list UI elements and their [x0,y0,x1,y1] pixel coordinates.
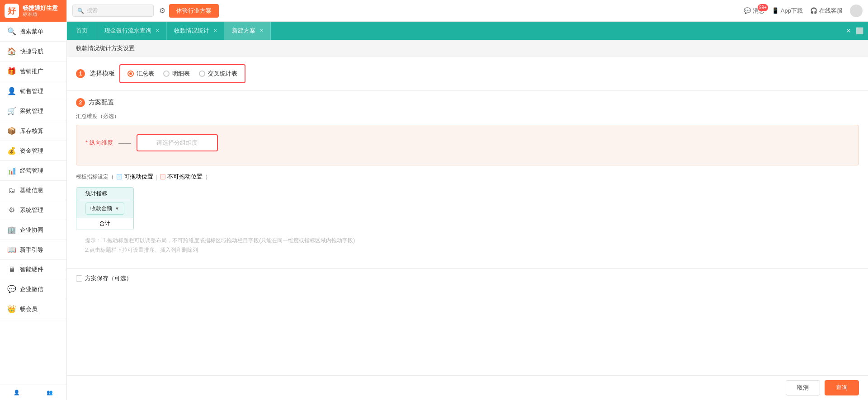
radio-cross[interactable]: 交叉统计表 [199,70,237,78]
radio-summary[interactable]: 汇总表 [127,70,154,78]
tab-receipt-close[interactable]: × [214,28,217,34]
sidebar-item-wechat[interactable]: 💬 企业微信 [0,279,66,299]
metrics-tag-label: 收款金额 [90,205,112,212]
metrics-table-header: 统计指标 [76,188,133,200]
sidebar-item-quick-nav[interactable]: 🏠 快捷导航 [0,42,66,61]
sidebar: 好 畅捷通好生意 标准版 🔍 搜索菜单 🏠 快捷导航 🎁 营销推广 👤 销售管理… [0,0,67,400]
legend-separator: | [156,174,157,180]
sidebar-item-label: 营销推广 [20,67,43,75]
sidebar-item-label: 快捷导航 [20,47,43,56]
crown-icon: 👑 [7,305,16,313]
search-icon: 🔍 [7,27,16,36]
tab-receipt[interactable]: 收款情况统计 × [167,22,225,40]
metrics-table: 统计指标 收款金额 ▼ 合计 [76,187,134,230]
message-badge: 99+ [758,4,768,11]
section-template: 1 选择模板 汇总表 明细表 [67,57,868,91]
section2-title: 方案配置 [89,99,114,107]
sidebar-item-search[interactable]: 🔍 搜索菜单 [0,22,66,42]
sidebar-item-smart-hw[interactable]: 🖥 智能硬件 [0,260,66,279]
message-btn[interactable]: 💬 消息 99+ [744,7,764,15]
tab-bank[interactable]: 现金银行流水查询 × [97,22,167,40]
movable-dot [117,174,122,179]
user-avatar[interactable] [850,5,863,17]
radio-detail[interactable]: 明细表 [163,70,190,78]
tab-maximize-btn[interactable]: ⬜ [856,27,863,34]
metrics-tag-amount[interactable]: 收款金额 ▼ [85,202,124,215]
content-area: 收款情况统计方案设置 1 选择模板 汇总表 明细表 [67,40,868,400]
dimension-input[interactable]: 请选择分组维度 [137,134,218,151]
hint-1: 提示： 1.拖动标题栏可以调整布局，不可跨维度或指标区域拖动栏目字段(只能在同一… [85,237,850,245]
tab-new-label: 新建方案 [232,27,255,35]
form-panel: 1 选择模板 汇总表 明细表 [67,57,868,375]
sidebar-item-system[interactable]: ⚙ 系统管理 [0,200,66,220]
sidebar-item-marketing[interactable]: 🎁 营销推广 [0,61,66,81]
app-download-btn[interactable]: 📱 App下载 [772,7,803,15]
dimension-area: * 纵向维度 —— 请选择分组维度 [76,125,859,165]
tab-close-window-btn[interactable]: ✕ [846,27,851,34]
sidebar-item-label: 资金管理 [20,147,43,155]
main: 🔍 搜索 ⚙ 体验行业方案 💬 消息 99+ 📱 App下载 🎧 在线客服 首页 [67,0,868,400]
sidebar-item-inventory[interactable]: 📦 库存核算 [0,121,66,141]
radio-circle-detail [163,71,170,77]
tab-bank-close[interactable]: × [156,28,159,34]
chart-icon: 📊 [7,166,16,175]
vertical-dimension-row: * 纵向维度 —— 请选择分组维度 [85,134,849,151]
legend-close-paren: ） [205,173,211,181]
sidebar-user-btn1[interactable]: 👤 [0,385,33,400]
service-icon: 🎧 [810,7,817,14]
service-btn[interactable]: 🎧 在线客服 [810,7,843,15]
tabbar: 首页 现金银行流水查询 × 收款情况统计 × 新建方案 × ✕ ⬜ [67,22,868,40]
sidebar-item-operations[interactable]: 📊 经营管理 [0,161,66,181]
cancel-button[interactable]: 取消 [786,380,820,395]
person1-icon: 👤 [14,390,20,395]
topbar: 🔍 搜索 ⚙ 体验行业方案 💬 消息 99+ 📱 App下载 🎧 在线客服 [67,0,868,22]
sidebar-item-label: 智能硬件 [20,265,43,273]
radio-circle-summary [127,71,134,77]
section-config: 2 方案配置 汇总维度（必选） * 纵向维度 —— 请选择分组维度 [67,91,868,268]
radio-circle-cross [199,71,205,77]
sidebar-item-funds[interactable]: 💰 资金管理 [0,141,66,161]
save-checkbox[interactable] [76,275,82,282]
section1-num: 1 [76,69,85,78]
app-icon: 📱 [772,7,779,14]
gear-icon: ⚙ [7,206,16,214]
tabbar-actions: ✕ ⬜ [841,22,868,40]
hint-section: 提示： 1.拖动标题栏可以调整布局，不可跨维度或指标区域拖动栏目字段(只能在同一… [76,231,859,261]
logo-icon: 好 [5,4,19,18]
fixed-dot [160,174,165,179]
sidebar-item-label: 企业微信 [20,285,43,293]
sidebar-item-enterprise[interactable]: 🏢 企业协同 [0,220,66,240]
book-icon: 📖 [7,245,16,254]
cart-icon: 🛒 [7,107,16,115]
bottom-bar: 方案保存（可选） [67,268,868,288]
metrics-subtag-cell: 合计 [76,217,133,230]
tab-new[interactable]: 新建方案 × [225,22,271,40]
tab-bank-label: 现金银行流水查询 [104,27,151,35]
industry-btn[interactable]: 体验行业方案 [169,4,219,18]
tab-new-close[interactable]: × [260,28,263,34]
movable-label: 可拖动位置 [124,173,153,181]
sidebar-item-sales[interactable]: 👤 销售管理 [0,81,66,101]
sidebar-item-label: 销售管理 [20,87,43,95]
money-icon: 💰 [7,146,16,155]
dropdown-icon: ▼ [115,206,119,211]
legend-movable: 可拖动位置 [117,173,153,181]
sidebar-item-label: 企业协同 [20,226,43,234]
sidebar-user-btn2[interactable]: 👥 [33,385,67,400]
query-button[interactable]: 查询 [825,380,859,395]
home-icon: 🏠 [7,47,16,56]
gear-icon[interactable]: ⚙ [159,6,165,15]
sidebar-item-newbie[interactable]: 📖 新手引导 [0,240,66,260]
message-icon: 💬 [744,7,751,14]
vertical-label: * 纵向维度 [85,139,113,147]
tab-home[interactable]: 首页 [67,22,97,40]
sidebar-item-member[interactable]: 👑 畅会员 [0,299,66,319]
logo-text: 畅捷通好生意 [23,5,58,12]
sidebar-item-purchase[interactable]: 🛒 采购管理 [0,101,66,121]
metrics-section: 模板指标设定（ 可拖动位置 | 不可拖动位置 ） [76,173,859,231]
person2-icon: 👥 [47,390,53,395]
app-label: App下载 [781,7,803,15]
sidebar-item-basic[interactable]: 🗂 基础信息 [0,181,66,200]
section2-header: 2 方案配置 [76,98,859,107]
monitor-icon: 🖥 [7,265,16,273]
